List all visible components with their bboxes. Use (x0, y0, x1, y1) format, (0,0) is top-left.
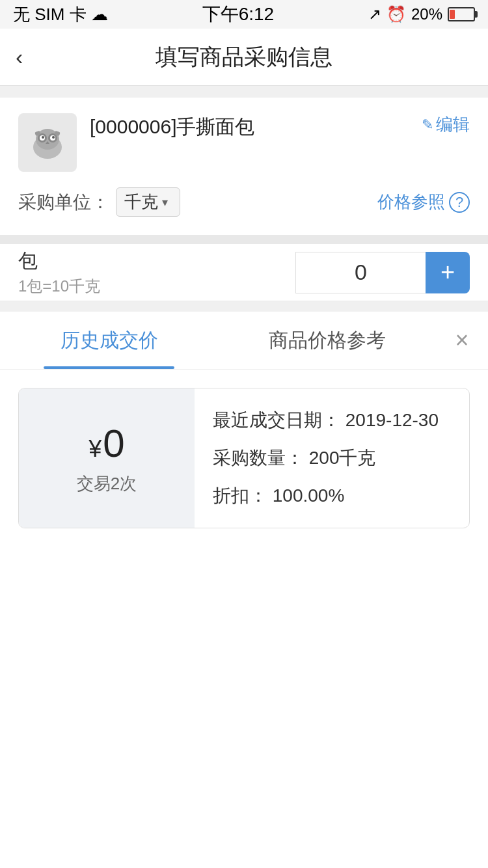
purchase-qty-label: 采购数量： (213, 448, 304, 468)
product-thumbnail (18, 113, 77, 172)
battery-fill (450, 10, 455, 19)
tab-close-button[interactable]: × (436, 312, 488, 369)
discount-row: 折扣： 100.00% (213, 482, 451, 509)
unit-value: 千克 (124, 191, 158, 213)
status-time: 下午6:12 (202, 2, 275, 27)
recent-date-row: 最近成交日期： 2019-12-30 (213, 407, 451, 434)
svg-point-7 (52, 136, 55, 139)
status-left: 无 SIM 卡 ☁ (13, 3, 108, 26)
trade-count: 交易2次 (77, 472, 137, 495)
page-title: 填写商品采购信息 (156, 42, 332, 72)
discount-label: 折扣： (213, 485, 267, 506)
edit-icon: ✎ (422, 116, 433, 133)
battery-percent: 20% (411, 5, 442, 23)
product-card: [0000006]手撕面包 ✎ 编辑 采购单位： 千克 ▾ 价格参照 ? (0, 98, 488, 235)
nav-bar: ‹ 填写商品采购信息 (0, 29, 488, 86)
price-value-display: ¥ 0 (88, 421, 124, 466)
tab-panel: 历史成交价 商品价格参考 × ¥ 0 交易2次 最近成交日期： 2019-12-… (0, 312, 488, 547)
edit-button[interactable]: ✎ 编辑 (422, 113, 470, 136)
currency-symbol: ¥ (88, 435, 102, 463)
quantity-plus-button[interactable]: + (426, 252, 470, 293)
unit-label: 采购单位： (18, 190, 109, 215)
product-left: [0000006]手撕面包 (18, 113, 422, 172)
history-price-content: ¥ 0 交易2次 最近成交日期： 2019-12-30 采购数量： 200千克 … (0, 370, 488, 547)
battery-icon (448, 7, 475, 21)
quantity-conversion: 1包=10千克 (18, 276, 100, 297)
price-ref-label: 价格参照 (377, 191, 445, 213)
bottom-area (0, 547, 488, 868)
quantity-unit-label: 包 (18, 248, 100, 275)
tab-active-indicator (44, 366, 174, 369)
recent-date-label: 最近成交日期： (213, 410, 340, 430)
product-info: [0000006]手撕面包 (90, 113, 422, 141)
tab-product-price-ref[interactable]: 商品价格参考 (218, 312, 436, 369)
unit-select-dropdown[interactable]: 千克 ▾ (116, 187, 180, 217)
price-card-right: 最近成交日期： 2019-12-30 采购数量： 200千克 折扣： 100.0… (195, 388, 469, 528)
tab-price-ref-label: 商品价格参考 (269, 327, 386, 354)
quantity-input-area: 0 + (295, 252, 470, 293)
tab-header: 历史成交价 商品价格参考 × (0, 312, 488, 370)
price-card: ¥ 0 交易2次 最近成交日期： 2019-12-30 采购数量： 200千克 … (18, 388, 470, 528)
quantity-input[interactable]: 0 (295, 252, 426, 293)
section-divider (0, 235, 488, 244)
purchase-qty-value: 200千克 (309, 448, 376, 468)
chevron-down-icon: ▾ (162, 195, 168, 210)
quantity-row: 包 1包=10千克 0 + (0, 244, 488, 301)
svg-point-6 (42, 136, 44, 139)
price-reference-button[interactable]: 价格参照 ? (377, 191, 470, 213)
purchase-qty-row: 采购数量： 200千克 (213, 444, 451, 472)
price-card-left: ¥ 0 交易2次 (19, 388, 195, 528)
edit-label: 编辑 (436, 113, 470, 136)
status-bar: 无 SIM 卡 ☁ 下午6:12 ↗ ⏰ 20% (0, 0, 488, 29)
recent-date-value: 2019-12-30 (346, 410, 439, 430)
status-right: ↗ ⏰ 20% (368, 5, 475, 23)
no-sim-text: 无 SIM 卡 ☁ (13, 3, 108, 26)
product-name: [0000006]手撕面包 (90, 113, 422, 141)
tab-history-label: 历史成交价 (61, 327, 158, 354)
back-button[interactable]: ‹ (16, 44, 23, 70)
price-number: 0 (103, 421, 124, 466)
help-icon: ? (449, 192, 470, 213)
location-icon: ↗ (368, 5, 381, 23)
unit-row: 采购单位： 千克 ▾ 价格参照 ? (18, 187, 470, 217)
product-header: [0000006]手撕面包 ✎ 编辑 (18, 113, 470, 172)
discount-value: 100.00% (273, 485, 345, 506)
tab-history-price[interactable]: 历史成交价 (0, 312, 218, 369)
quantity-label-area: 包 1包=10千克 (18, 248, 100, 297)
alarm-icon: ⏰ (386, 5, 406, 23)
tab-items: 历史成交价 商品价格参考 (0, 312, 436, 369)
owl-logo (25, 120, 70, 165)
